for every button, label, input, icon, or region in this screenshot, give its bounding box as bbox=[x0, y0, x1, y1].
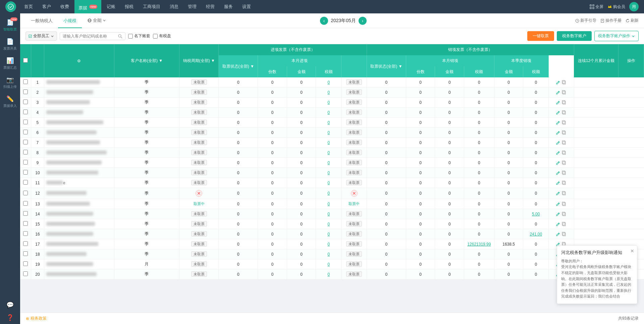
th-tax-period[interactable]: 纳税周期(全部) ▼ bbox=[179, 44, 219, 77]
has-taxpad-checkbox[interactable] bbox=[153, 34, 158, 39]
sidebar-item-smart-invoice[interactable]: 🧾 智能取票 new bbox=[1, 16, 19, 35]
in-fetch-link[interactable]: 0 bbox=[327, 120, 330, 125]
manual-btn[interactable]: 操作手册 bbox=[600, 18, 622, 23]
new-guide-btn[interactable]: ? 新手引导 bbox=[575, 18, 596, 23]
in-fetch-link[interactable]: 0 bbox=[327, 262, 330, 267]
copy-icon[interactable] bbox=[562, 120, 567, 125]
nav-service[interactable]: 服务 bbox=[220, 0, 237, 13]
edit-icon[interactable] bbox=[556, 100, 560, 105]
copy-icon[interactable] bbox=[562, 232, 567, 237]
tax-digital-account-ops-btn[interactable]: 税务数字账户操作 bbox=[594, 31, 639, 41]
copy-icon[interactable] bbox=[562, 212, 567, 216]
nav-tax[interactable]: 报税 bbox=[121, 0, 138, 13]
th-client-name[interactable]: 客户名称(全部) ▼ bbox=[114, 44, 179, 77]
row-checkbox[interactable] bbox=[23, 261, 28, 266]
row-checkbox[interactable] bbox=[23, 120, 28, 124]
edit-icon[interactable] bbox=[556, 90, 560, 95]
in-fetch-link[interactable]: 0 bbox=[327, 212, 330, 216]
edit-icon[interactable] bbox=[556, 140, 560, 145]
copy-icon[interactable] bbox=[562, 150, 567, 155]
in-fetch-link[interactable]: 0 bbox=[327, 140, 330, 145]
in-fetch-link[interactable]: 0 bbox=[327, 110, 330, 115]
in-fetch-link[interactable]: 0 bbox=[327, 171, 330, 175]
in-fetch-link[interactable]: 0 bbox=[327, 130, 330, 135]
copy-icon[interactable] bbox=[562, 191, 567, 196]
my-account-filter[interactable]: 名下账套 bbox=[128, 33, 150, 39]
edit-icon[interactable] bbox=[556, 212, 560, 216]
sidebar-item-entry[interactable]: ✏️ 票据录入 bbox=[1, 92, 19, 111]
th-out-fetch-status[interactable]: 取票状态(全部) ▼ bbox=[367, 55, 406, 77]
my-account-checkbox[interactable] bbox=[128, 34, 133, 39]
nav-operation[interactable]: 经营 bbox=[202, 0, 219, 13]
copy-icon[interactable] bbox=[562, 171, 567, 175]
row-checkbox[interactable] bbox=[23, 160, 28, 165]
nav-customer[interactable]: 客户 bbox=[38, 0, 55, 13]
edit-icon[interactable] bbox=[556, 171, 560, 175]
row-checkbox[interactable] bbox=[23, 221, 28, 226]
tab-small-scale[interactable]: 小规模 bbox=[58, 13, 82, 28]
copy-icon[interactable] bbox=[562, 110, 567, 115]
th-in-fetch-status[interactable]: 取票状态(全部) ▼ bbox=[219, 55, 258, 77]
tab-all[interactable]: 全能 bbox=[82, 13, 111, 28]
copy-icon[interactable] bbox=[562, 140, 567, 145]
row-checkbox[interactable] bbox=[23, 211, 28, 216]
row-checkbox[interactable] bbox=[23, 110, 28, 114]
edit-icon[interactable] bbox=[556, 181, 560, 185]
search-input-field[interactable] bbox=[63, 34, 116, 39]
copy-icon[interactable] bbox=[562, 130, 567, 135]
tax-policy-link[interactable]: 税 税务政策 bbox=[25, 316, 47, 321]
nav-bookkeep[interactable]: 记账 bbox=[103, 0, 119, 13]
in-fetch-link[interactable]: 0 bbox=[327, 232, 330, 237]
nav-home[interactable]: 首页 bbox=[20, 0, 37, 13]
in-fetch-link[interactable]: 0 bbox=[327, 191, 330, 196]
row-checkbox[interactable] bbox=[23, 170, 28, 175]
in-fetch-link[interactable]: 0 bbox=[327, 272, 330, 277]
edit-icon[interactable] bbox=[556, 130, 560, 135]
row-checkbox[interactable] bbox=[23, 79, 28, 84]
row-checkbox[interactable] bbox=[23, 140, 28, 144]
edit-icon[interactable] bbox=[556, 150, 560, 155]
in-fetch-link[interactable]: 0 bbox=[327, 160, 330, 165]
nav-charge[interactable]: 收费 bbox=[56, 0, 73, 13]
in-fetch-link[interactable]: 0 bbox=[327, 202, 330, 206]
copy-icon[interactable] bbox=[562, 90, 567, 95]
select-all-checkbox[interactable] bbox=[23, 58, 28, 63]
edit-icon[interactable] bbox=[556, 160, 560, 165]
consecutive-link[interactable]: 5.00 bbox=[532, 212, 540, 216]
th-setting[interactable]: ⚙ bbox=[44, 44, 114, 77]
edit-icon[interactable] bbox=[556, 202, 560, 206]
in-fetch-link[interactable]: 0 bbox=[327, 252, 330, 257]
row-checkbox[interactable] bbox=[23, 251, 28, 256]
tab-general-taxpayer[interactable]: 一般纳税人 bbox=[25, 13, 58, 28]
row-checkbox[interactable] bbox=[23, 231, 28, 236]
consecutive-link[interactable]: 241.00 bbox=[530, 232, 542, 237]
in-fetch-link[interactable]: 0 bbox=[327, 242, 330, 247]
nav-settings[interactable]: 设置 bbox=[238, 0, 255, 13]
one-click-fetch-btn[interactable]: 一键取票 bbox=[527, 31, 554, 41]
copy-icon[interactable] bbox=[562, 222, 567, 226]
copy-icon[interactable] bbox=[562, 160, 567, 165]
row-checkbox[interactable] bbox=[23, 100, 28, 104]
row-checkbox[interactable] bbox=[23, 150, 28, 154]
edit-icon[interactable] bbox=[556, 232, 560, 237]
member-btn[interactable]: 购会员 bbox=[607, 4, 625, 10]
return-amount-link[interactable]: 12621319.99 bbox=[467, 242, 491, 247]
edit-icon[interactable] bbox=[556, 80, 560, 85]
prev-month-btn[interactable]: ‹ bbox=[320, 17, 328, 25]
notification-close-btn[interactable]: ✕ bbox=[630, 248, 634, 254]
row-checkbox[interactable] bbox=[23, 180, 28, 185]
row-checkbox[interactable] bbox=[23, 271, 28, 276]
row-checkbox[interactable] bbox=[23, 191, 28, 195]
has-taxpad-filter[interactable]: 有税盘 bbox=[153, 33, 171, 39]
in-fetch-link[interactable]: 0 bbox=[327, 90, 330, 95]
refresh-btn[interactable]: 刷新 bbox=[626, 18, 639, 23]
copy-icon[interactable] bbox=[562, 100, 567, 105]
sidebar-item-scan[interactable]: 📷 扫描上传 bbox=[1, 73, 19, 92]
employee-filter[interactable]: 全部员工 bbox=[25, 31, 57, 41]
edit-icon[interactable] bbox=[556, 222, 560, 226]
nav-invoice[interactable]: 票据 new bbox=[74, 0, 101, 13]
app-logo[interactable] bbox=[5, 1, 16, 12]
in-fetch-link[interactable]: 0 bbox=[327, 181, 330, 185]
row-checkbox[interactable] bbox=[23, 201, 28, 206]
sidebar-item-open-invoice[interactable]: 📄 发票开具 bbox=[1, 35, 19, 54]
